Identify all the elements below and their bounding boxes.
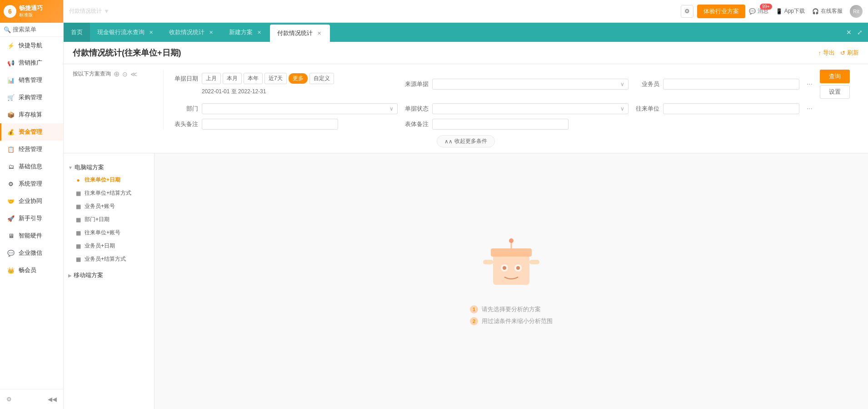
table3-icon: ▦ (75, 242, 82, 250)
date-btn-custom[interactable]: 自定义 (309, 73, 334, 84)
export-btn[interactable]: ↑ 导出 (818, 49, 835, 57)
scheme-group-pc-header[interactable]: ▼ 电脑端方案 (64, 162, 154, 173)
salesperson-dots[interactable]: ··· (803, 80, 816, 88)
topbar: 付款情况统计 ▼ ⚙ 体验行业方案 💬 消息 99+ 📱 App下载 🎧 在线客… (64, 0, 868, 23)
scheme-collapse-btn[interactable]: ≪ (130, 71, 137, 78)
empty-svg-illustration (479, 237, 543, 296)
tab-maximize-btn[interactable]: ⤢ (855, 27, 864, 38)
scheme-settings-btn[interactable]: ⊙ (122, 71, 128, 78)
sidebar-item-label: 企业微信 (19, 249, 42, 257)
collapse-up-icon: ∧∧ (444, 138, 453, 145)
scheme-item-salesperson-date[interactable]: ▦ 业务员+日期 (64, 239, 154, 252)
counterpart-input[interactable] (663, 103, 799, 114)
basic-info-icon: 🗂 (7, 162, 15, 171)
sidebar-collapse-btn[interactable]: ◀◀ (46, 394, 59, 404)
date-range-display: 2022-01-01 至 2022-12-31 (171, 88, 266, 96)
operation-icon: 📋 (7, 145, 15, 153)
sidebar-item-marketing[interactable]: 📢 营销推广 (0, 54, 63, 71)
trial-btn[interactable]: 体验行业方案 (697, 5, 745, 18)
header-note-input[interactable] (202, 119, 338, 130)
sidebar-item-sales[interactable]: 📊 销售管理 (0, 71, 63, 89)
scheme-item-salesperson-account[interactable]: ▦ 业务员+账号 (64, 200, 154, 213)
message-btn[interactable]: 💬 消息 99+ (749, 7, 768, 15)
sidebar-item-label: 基础信息 (19, 162, 42, 171)
app-download-btn[interactable]: 📱 App下载 (776, 7, 805, 15)
sidebar-item-purchase[interactable]: 🛒 采购管理 (0, 89, 63, 106)
scheme-add-btn[interactable]: ⊕ (114, 70, 120, 78)
sidebar-item-member[interactable]: 👑 畅会员 (0, 262, 63, 279)
counterpart-label: 往来单位 (632, 105, 659, 113)
sidebar-item-inventory[interactable]: 📦 库存核算 (0, 106, 63, 123)
sidebar-item-operation[interactable]: 📋 经营管理 (0, 141, 63, 158)
sidebar-item-quick-nav[interactable]: ⚡ 快捷导航 (0, 37, 63, 54)
source-select[interactable]: ∨ (432, 79, 628, 90)
tab-home[interactable]: 首页 (64, 23, 90, 42)
scheme-item-dept-date[interactable]: ▦ 部门+日期 (64, 213, 154, 226)
export-label: 导出 (823, 49, 835, 57)
sidebar-item-enterprise[interactable]: 🤝 企业协同 (0, 192, 63, 210)
tab-new-scheme[interactable]: 新建方案 ✕ (222, 23, 270, 42)
sidebar-item-guide[interactable]: 🚀 新手引导 (0, 210, 63, 227)
filter-header-note-cell: 表头备注 (171, 119, 398, 130)
tab-new-close[interactable]: ✕ (255, 29, 263, 36)
user-avatar[interactable]: Rit (850, 5, 863, 18)
tabbar-right: ✕ ⤢ (841, 23, 868, 42)
scheme-group-mobile-header[interactable]: ▶ 移动端方案 (64, 269, 154, 281)
table-icon: ▦ (75, 190, 82, 197)
sidebar-item-label: 智能硬件 (19, 232, 42, 240)
tab-bank-close[interactable]: ✕ (147, 29, 155, 36)
settings-btn[interactable]: 设置 (820, 85, 850, 99)
query-btn[interactable]: 查询 (820, 70, 850, 83)
date-btn-7days[interactable]: 近7天 (264, 73, 287, 84)
system-icon: ⚙ (7, 180, 15, 188)
source-select-chevron: ∨ (620, 81, 624, 87)
hardware-icon: 🖥 (7, 232, 15, 240)
scheme-item-counterpart-account[interactable]: ▦ 往来单位+账号 (64, 226, 154, 239)
sidebar-item-basic-info[interactable]: 🗂 基础信息 (0, 158, 63, 175)
tab-payment-stat[interactable]: 付款情况统计 ✕ (270, 25, 330, 42)
tab-payment-close[interactable]: ✕ (315, 30, 323, 37)
bar-icon: ▦ (75, 229, 82, 237)
date-btn-this-year[interactable]: 本年 (244, 73, 263, 84)
counterpart-dots[interactable]: ··· (803, 105, 816, 113)
empty-hint-2-text: 用过滤条件来缩小分析范围 (482, 317, 553, 325)
collapse-row: ∧∧ 收起更多条件 (73, 135, 859, 147)
export-icon: ↑ (818, 50, 822, 56)
date-btn-this-month[interactable]: 本月 (223, 73, 242, 84)
tab-bank[interactable]: 现金银行流水查询 ✕ (90, 23, 162, 42)
collapse-label: 收起更多条件 (454, 137, 487, 145)
sidebar-item-label: 营销推广 (19, 59, 42, 67)
collapse-btn[interactable]: ∧∧ 收起更多条件 (437, 135, 495, 147)
scheme-item-counterpart-date[interactable]: ● 往来单位+日期 (64, 173, 154, 187)
date-btn-last-month[interactable]: 上月 (202, 73, 221, 84)
scheme-item-counterpart-settle[interactable]: ▦ 往来单位+结算方式 (64, 187, 154, 200)
search-menu[interactable]: 🔍 搜索菜单 (0, 23, 63, 37)
sidebar-item-label: 库存核算 (19, 111, 42, 119)
sidebar-item-hardware[interactable]: 🖥 智能硬件 (0, 227, 63, 244)
sidebar-item-capital[interactable]: 💰 资金管理 (0, 123, 63, 141)
sidebar-settings-btn[interactable]: ⚙ (5, 394, 14, 404)
scheme-item-label: 业务员+结算方式 (85, 255, 126, 263)
tab-close-all-btn[interactable]: ✕ (844, 27, 853, 38)
status-select[interactable]: ∨ (432, 103, 628, 114)
salesperson-input[interactable] (663, 79, 799, 90)
topbar-settings-btn[interactable]: ⚙ (681, 5, 693, 18)
filter-status-cell: 单据状态 ∨ (401, 103, 628, 114)
date-btn-more[interactable]: 更多 (289, 73, 308, 84)
scheme-item-salesperson-settle[interactable]: ▦ 业务员+结算方式 (64, 252, 154, 266)
empty-illustration (479, 237, 543, 296)
tab-new-label: 新建方案 (229, 28, 253, 36)
salesperson-label: 业务员 (632, 80, 659, 88)
refresh-btn[interactable]: ↺ 刷新 (840, 49, 859, 57)
tab-receipt-stat[interactable]: 收款情况统计 ✕ (162, 23, 222, 42)
filter-main-row: 按以下方案查询 ⊕ ⊙ ≪ 单据日期 (73, 70, 859, 130)
tab-bank-label: 现金银行流水查询 (97, 28, 145, 36)
app-version: 标准版 (19, 12, 43, 18)
sidebar-item-wechat[interactable]: 💬 企业微信 (0, 244, 63, 262)
dept-select[interactable]: ∨ (202, 103, 398, 114)
filter-date-cell: 单据日期 上月 本月 本年 近7天 更多 自定义 2022 (171, 73, 398, 96)
tab-receipt-close[interactable]: ✕ (207, 29, 215, 36)
online-service-btn[interactable]: 🎧 在线客服 (812, 7, 843, 15)
sidebar-item-system[interactable]: ⚙ 系统管理 (0, 175, 63, 192)
body-note-input[interactable] (432, 119, 569, 130)
